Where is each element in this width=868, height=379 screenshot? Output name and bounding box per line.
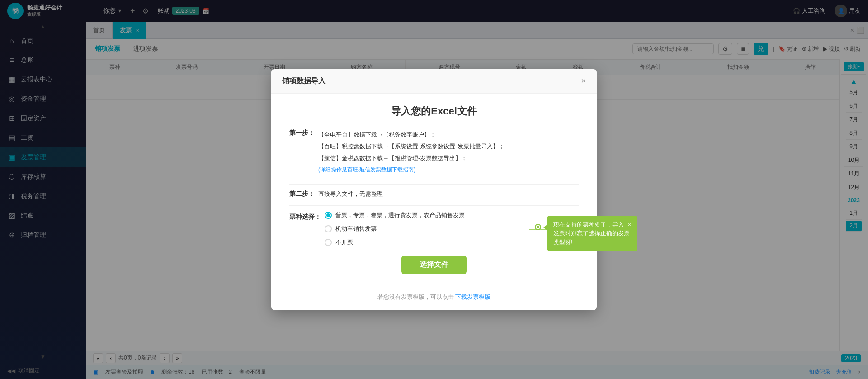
step1-line3: 【航信】金税盘数据下载→【报税管理-发票数据导出】； — [318, 152, 505, 164]
main-content: 首页 发票 × × ⬜ 销项发票 进项发票 ⚙ — [86, 22, 868, 379]
import-modal: 销项数据导入 × 导入您的Excel文件 第一步： 【全电平台】数据下载→【税务… — [271, 69, 597, 310]
tooltip-area: × 现在支持的票种多了，导入发票时别忘了选择正确的发票类型呀! — [529, 216, 637, 251]
modal-main-title: 导入您的Excel文件 — [289, 104, 579, 118]
modal-header: 销项数据导入 × — [271, 69, 597, 94]
radio-none[interactable]: 不开票 — [325, 238, 465, 246]
tooltip-dot — [536, 225, 540, 229]
modal-footer: 若您没有发票模版，可以点击 下载发票模版 — [271, 288, 597, 310]
step2-divider — [289, 205, 579, 206]
radio-general[interactable]: 普票，专票，卷票，通行费发票，农产品销售发票 — [325, 211, 465, 219]
modal-title: 销项数据导入 — [282, 76, 326, 86]
modal-overlay: 销项数据导入 × 导入您的Excel文件 第一步： 【全电平台】数据下载→【税务… — [86, 22, 868, 379]
step1-link[interactable]: (详细操作见百旺/航信发票数据下载指南) — [318, 164, 505, 175]
ticket-select-section: 票种选择： 普票，专票，卷票，通行费发票，农产品销售发票 机动车销售发票 — [289, 211, 579, 246]
step2-section: 第二步： 直接导入文件，无需整理 — [289, 190, 579, 198]
download-template-link[interactable]: 下载发票模版 — [455, 294, 491, 300]
step1-label: 第一步： — [289, 129, 315, 137]
step1-line1: 【全电平台】数据下载→【税务数字账户】； — [318, 129, 505, 141]
radio-group: 普票，专票，卷票，通行费发票，农产品销售发票 机动车销售发票 不开票 — [325, 211, 465, 246]
radio-motor[interactable]: 机动车销售发票 — [325, 225, 465, 233]
modal-body: 导入您的Excel文件 第一步： 【全电平台】数据下载→【税务数字账户】； 【百… — [271, 94, 597, 288]
footer-text: 若您没有发票模版，可以点击 — [377, 294, 454, 300]
step1-line2: 【百旺】税控盘数据下载→【系统设置-系统参数设置-发票批量导入】； — [318, 141, 505, 152]
step1-content: 【全电平台】数据下载→【税务数字账户】； 【百旺】税控盘数据下载→【系统设置-系… — [318, 129, 505, 175]
radio-motor-dot — [325, 225, 332, 232]
radio-general-label: 普票，专票，卷票，通行费发票，农产品销售发票 — [335, 211, 465, 219]
radio-motor-label: 机动车销售发票 — [335, 225, 377, 233]
radio-none-label: 不开票 — [335, 238, 353, 246]
ticket-label: 票种选择： — [289, 211, 321, 221]
select-file-button[interactable]: 选择文件 — [401, 256, 467, 274]
main-layout: ▲ ⌂ 首页 ≡ 总账 ▦ 云报表中心 ◎ 资金管理 ⊞ 固定资产 — [0, 22, 868, 379]
tooltip-bubble: × 现在支持的票种多了，导入发票时别忘了选择正确的发票类型呀! — [547, 216, 637, 251]
radio-none-dot — [325, 239, 332, 246]
step2-label: 第二步： — [289, 190, 315, 198]
tooltip-text: 现在支持的票种多了，导入发票时别忘了选择正确的发票类型呀! — [553, 221, 630, 246]
step-divider — [289, 184, 579, 185]
modal-close-button[interactable]: × — [581, 76, 586, 86]
tooltip-close-btn[interactable]: × — [627, 220, 631, 229]
step2-text: 直接导入文件，无需整理 — [318, 190, 383, 198]
step1-section: 第一步： 【全电平台】数据下载→【税务数字账户】； 【百旺】税控盘数据下载→【系… — [289, 129, 579, 175]
radio-general-dot — [325, 212, 332, 219]
